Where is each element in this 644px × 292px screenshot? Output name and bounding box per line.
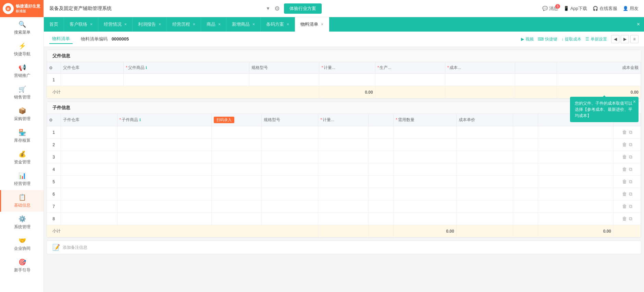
user-menu[interactable]: 👤 用友 [623, 5, 639, 12]
child-spec-cell[interactable] [262, 200, 318, 213]
child-warehouse-cell[interactable] [61, 163, 117, 176]
copy-icon[interactable]: ⧉ [629, 129, 632, 135]
child-scan-cell[interactable] [211, 126, 262, 139]
nav-prev-btn[interactable]: ◀ [611, 35, 619, 43]
child-unit-cost-cell[interactable] [456, 139, 513, 151]
page-tab-bom-list[interactable]: 物料清单 [49, 34, 73, 44]
child-unit-cell[interactable] [318, 151, 369, 163]
child-scan-cell[interactable] [211, 200, 262, 213]
sidebar-item-search[interactable]: 🔍 搜索菜单 [0, 17, 44, 39]
tab-operations[interactable]: 经营情况 × [98, 17, 133, 32]
tab-bom[interactable]: 物料清单 × [295, 17, 329, 32]
nav-next-btn[interactable]: ▶ [621, 35, 629, 43]
trial-button[interactable]: 体验行业方案 [284, 3, 322, 14]
shortcut-action[interactable]: ⌨ 快捷键 [538, 36, 557, 42]
child-warehouse-cell[interactable] [61, 176, 117, 188]
copy-icon[interactable]: ⧉ [629, 203, 632, 209]
child-goods-cell[interactable] [117, 200, 211, 213]
online-service-btn[interactable]: 🎧 在线客服 [593, 5, 617, 12]
sidebar-item-marketing[interactable]: 📢 营销推广 [0, 60, 44, 82]
copy-icon[interactable]: ⧉ [629, 216, 632, 222]
child-qty-cell[interactable] [394, 176, 456, 188]
child-unit-cost-cell[interactable] [456, 188, 513, 200]
child-unit-cell[interactable] [318, 200, 369, 213]
message-btn[interactable]: 💬 6 消息 [542, 5, 558, 12]
parent-goods-cell[interactable] [124, 74, 249, 86]
sidebar-item-sales[interactable]: 🛒 销售管理 [0, 82, 44, 104]
child-goods-cell[interactable] [117, 188, 211, 200]
scan-input-btn[interactable]: 扫码录入 [214, 117, 234, 123]
sidebar-item-finance[interactable]: 💰 资金管理 [0, 147, 44, 168]
copy-icon[interactable]: ⧉ [629, 166, 632, 172]
parent-cost-cell[interactable] [445, 74, 515, 86]
child-scan-cell[interactable] [211, 163, 262, 176]
child-spec-cell[interactable] [262, 188, 318, 200]
tab-home[interactable]: 首页 [44, 17, 64, 32]
tab-close-history[interactable]: × [193, 22, 195, 27]
copy-icon[interactable]: ⧉ [629, 154, 632, 160]
delete-icon[interactable]: 🗑 [622, 129, 627, 135]
child-scan-cell[interactable] [211, 151, 262, 163]
child-scan-cell[interactable] [211, 213, 262, 225]
delete-icon[interactable]: 🗑 [622, 216, 627, 222]
child-spec-cell[interactable] [262, 139, 318, 151]
tab-close-customer[interactable]: × [90, 22, 92, 27]
child-unit-cell[interactable] [318, 176, 369, 188]
child-warehouse-cell[interactable] [61, 213, 117, 225]
child-qty-cell[interactable] [394, 139, 456, 151]
tab-history[interactable]: 经营历程 × [167, 17, 201, 32]
child-qty-cell[interactable] [394, 151, 456, 163]
sidebar-item-purchase[interactable]: 📦 采购管理 [0, 104, 44, 125]
child-spec-cell[interactable] [262, 126, 318, 139]
child-unit-cost-cell[interactable] [456, 176, 513, 188]
child-unit-cost-cell[interactable] [456, 126, 513, 139]
child-goods-cell[interactable] [117, 151, 211, 163]
tab-barcode[interactable]: 条码方案 × [261, 17, 295, 32]
child-scan-cell[interactable] [211, 176, 262, 188]
video-action[interactable]: ▶ 视频 [521, 36, 534, 42]
tab-customer[interactable]: 客户联络 × [64, 17, 98, 32]
child-scan-cell[interactable] [211, 188, 262, 200]
copy-icon[interactable]: ⧉ [629, 179, 632, 185]
tab-close-goods[interactable]: × [218, 22, 221, 27]
child-warehouse-cell[interactable] [61, 139, 117, 151]
tab-goods[interactable]: 商品 × [201, 17, 226, 32]
delete-icon[interactable]: 🗑 [622, 142, 627, 148]
parent-warehouse-cell[interactable] [61, 74, 124, 86]
extract-cost-action[interactable]: ↓ 提取成本 [561, 36, 581, 42]
child-goods-cell[interactable] [117, 213, 211, 225]
delete-icon[interactable]: 🗑 [622, 179, 627, 185]
sidebar-item-quick-nav[interactable]: ⚡ 快捷导航 [0, 39, 44, 60]
parent-production-cell[interactable] [375, 74, 445, 86]
child-spec-cell[interactable] [262, 151, 318, 163]
child-unit-cost-cell[interactable] [456, 163, 513, 176]
child-spec-cell[interactable] [262, 176, 318, 188]
child-qty-cell[interactable] [394, 213, 456, 225]
child-goods-cell[interactable] [117, 126, 211, 139]
nav-list-btn[interactable]: ≡ [630, 35, 639, 43]
delete-icon[interactable]: 🗑 [622, 203, 627, 209]
child-goods-cell[interactable] [117, 176, 211, 188]
child-scan-cell[interactable] [211, 139, 262, 151]
child-goods-cell[interactable] [117, 163, 211, 176]
child-spec-cell[interactable] [262, 213, 318, 225]
tooltip-close-btn[interactable]: × [633, 98, 636, 105]
child-qty-cell[interactable] [394, 188, 456, 200]
sidebar-item-guide[interactable]: 🎯 新手引导 [0, 255, 44, 277]
copy-icon[interactable]: ⧉ [629, 191, 632, 197]
child-warehouse-cell[interactable] [61, 200, 117, 213]
sidebar-item-inventory[interactable]: 🏪 库存核算 [0, 125, 44, 147]
nav-close-all-btn[interactable]: × [633, 21, 644, 27]
child-qty-cell[interactable] [394, 163, 456, 176]
child-goods-cell[interactable] [117, 139, 211, 151]
child-warehouse-cell[interactable] [61, 151, 117, 163]
copy-icon[interactable]: ⧉ [629, 142, 632, 148]
dropdown-arrow-icon[interactable]: ▼ [266, 6, 270, 11]
delete-icon[interactable]: 🗑 [622, 191, 627, 197]
child-unit-cost-cell[interactable] [456, 213, 513, 225]
parent-unit-cell[interactable] [319, 74, 375, 86]
single-settings-action[interactable]: ☰ 单据设置 [585, 36, 607, 42]
child-th-scan[interactable]: 扫码录入 [211, 114, 262, 126]
child-warehouse-cell[interactable] [61, 126, 117, 139]
sidebar-item-enterprise[interactable]: 🤝 企业协同 [0, 233, 44, 255]
